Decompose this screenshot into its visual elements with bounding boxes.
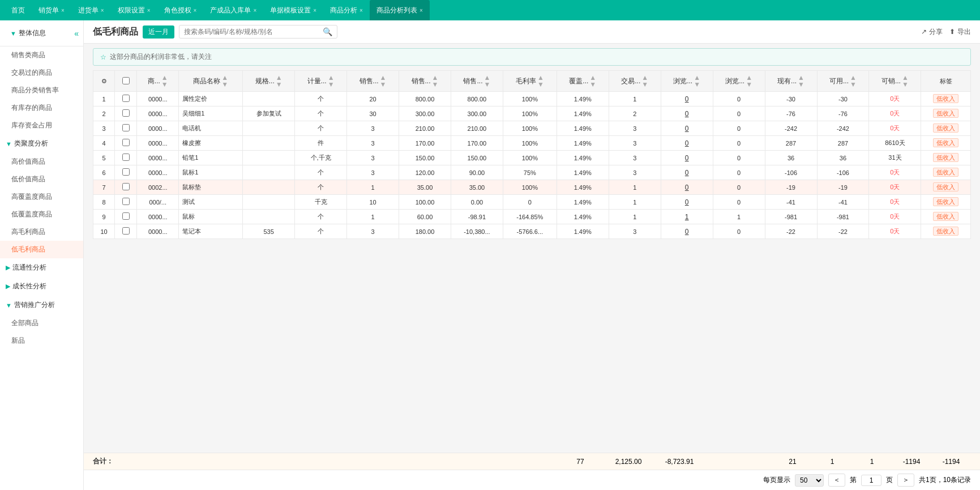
th-trade[interactable]: 交易...▲▼	[609, 71, 661, 92]
row-checkbox[interactable]	[115, 136, 137, 151]
close-icon[interactable]: ×	[420, 7, 423, 14]
sidebar-group-growth[interactable]: ▶ 成长性分析	[0, 277, 83, 296]
sidebar-item-in-stock[interactable]: 有库存的商品	[0, 99, 83, 117]
total-placeholder2	[739, 458, 773, 466]
row-browse2: 0	[713, 224, 765, 239]
row-checkbox[interactable]	[115, 151, 137, 165]
sidebar-item-new-goods[interactable]: 新品	[0, 332, 83, 350]
th-browse2[interactable]: 浏览...▲▼	[713, 71, 765, 92]
th-unit[interactable]: 计量...▲▼	[295, 71, 347, 92]
pagination-bar: 每页显示 50 20 100 ＜ 第 页 ＞ 共1页，10条记录	[84, 470, 980, 490]
row-code: 0000...	[137, 224, 179, 239]
th-code[interactable]: 商...▲▼	[137, 71, 179, 92]
row-current: -242	[765, 121, 817, 136]
sidebar-item-sales-goods[interactable]: 销售类商品	[0, 46, 83, 64]
sidebar-group-marketing[interactable]: ▼ 营销推广分析	[0, 296, 83, 314]
nav-item-analysis-list[interactable]: 商品分析列表 ×	[370, 0, 430, 20]
per-page-select[interactable]: 50 20 100	[795, 474, 824, 487]
row-saleable: 0天	[869, 121, 921, 136]
sidebar-item-low-coverage[interactable]: 低覆盖度商品	[0, 206, 83, 223]
row-gross: 0	[503, 195, 557, 210]
row-browse1[interactable]: 0	[661, 106, 713, 121]
th-browse1[interactable]: 浏览...▲▼	[661, 71, 713, 92]
close-icon[interactable]: ×	[194, 7, 197, 14]
footer-total: 合计： 77 2,125.00 -8,723.91 21 1 1 -1194 -…	[84, 453, 980, 470]
close-icon[interactable]: ×	[360, 7, 363, 14]
th-saleable[interactable]: 可销...▲▼	[869, 71, 921, 92]
sidebar-item-category-rate[interactable]: 商品分类销售率	[0, 82, 83, 99]
sidebar-group-overall[interactable]: ▼ 整体信息	[5, 24, 52, 42]
row-browse1[interactable]: 0	[661, 165, 713, 180]
sidebar-item-all-goods[interactable]: 全部商品	[0, 314, 83, 332]
next-page-btn[interactable]: ＞	[897, 474, 914, 487]
per-page-label: 每页显示	[763, 475, 790, 485]
sidebar-item-high-value[interactable]: 高价值商品	[0, 153, 83, 171]
close-icon[interactable]: ×	[253, 7, 256, 14]
nav-item-roles[interactable]: 角色授权 ×	[157, 0, 204, 20]
row-spec	[243, 136, 295, 151]
row-checkbox[interactable]	[115, 165, 137, 180]
th-sales1[interactable]: 销售...▲▼	[347, 71, 399, 92]
row-checkbox[interactable]	[115, 210, 137, 224]
row-browse1[interactable]: 0	[661, 136, 713, 151]
nav-item-template[interactable]: 单据模板设置 ×	[263, 0, 323, 20]
table-area[interactable]: ⚙ 商...▲▼ 商品名称▲▼ 规格...▲▼ 计量...▲▼ 销售...▲▼ …	[84, 70, 980, 453]
nav-item-sales[interactable]: 销货单 ×	[32, 0, 71, 20]
row-gross: 100%	[503, 92, 557, 106]
th-sales3[interactable]: 销售...▲▼	[451, 71, 503, 92]
nav-item-permissions[interactable]: 权限设置 ×	[111, 0, 157, 20]
prev-page-btn[interactable]: ＜	[828, 474, 845, 487]
sidebar-group-cluster[interactable]: ▼ 类聚度分析	[0, 134, 83, 153]
sidebar-item-low-value[interactable]: 低价值商品	[0, 171, 83, 188]
close-icon[interactable]: ×	[147, 7, 151, 14]
period-button[interactable]: 近一月	[143, 25, 174, 39]
row-spec	[243, 121, 295, 136]
th-coverage[interactable]: 覆盖...▲▼	[557, 71, 609, 92]
th-spec[interactable]: 规格...▲▼	[243, 71, 295, 92]
th-settings[interactable]: ⚙	[93, 71, 115, 92]
th-sales2[interactable]: 销售...▲▼	[399, 71, 451, 92]
close-icon[interactable]: ×	[101, 7, 104, 14]
th-checkbox[interactable]	[115, 71, 137, 92]
sidebar-item-high-margin[interactable]: 高毛利商品	[0, 223, 83, 241]
row-browse1[interactable]: 0	[661, 92, 713, 106]
tag-badge: 低收入	[933, 138, 958, 147]
select-all-checkbox[interactable]	[122, 77, 130, 84]
nav-item-purchase[interactable]: 进货单 ×	[71, 0, 111, 20]
row-no: 9	[93, 210, 115, 224]
row-spec	[243, 92, 295, 106]
th-name[interactable]: 商品名称▲▼	[179, 71, 243, 92]
close-icon[interactable]: ×	[61, 7, 65, 14]
nav-item-products[interactable]: 产成品入库单 ×	[203, 0, 263, 20]
search-input[interactable]	[184, 28, 320, 36]
th-current[interactable]: 现有...▲▼	[765, 71, 817, 92]
row-browse1[interactable]: 1	[661, 210, 713, 224]
close-icon[interactable]: ×	[313, 7, 316, 14]
sidebar-collapse-btn[interactable]: «	[74, 29, 79, 38]
nav-item-analysis[interactable]: 商品分析 ×	[323, 0, 370, 20]
row-browse1[interactable]: 0	[661, 195, 713, 210]
sidebar-item-high-coverage[interactable]: 高覆盖度商品	[0, 188, 83, 206]
sidebar-group-flow[interactable]: ▶ 流通性分析	[0, 258, 83, 277]
row-browse1[interactable]: 0	[661, 121, 713, 136]
row-checkbox[interactable]	[115, 195, 137, 210]
row-checkbox[interactable]	[115, 106, 137, 121]
sidebar-item-capital[interactable]: 库存资金占用	[0, 117, 83, 134]
row-checkbox[interactable]	[115, 224, 137, 239]
row-browse1[interactable]: 0	[661, 151, 713, 165]
row-tag: 低收入	[921, 180, 971, 195]
sidebar-item-traded-goods[interactable]: 交易过的商品	[0, 64, 83, 82]
search-icon[interactable]: 🔍	[323, 27, 332, 36]
page-input[interactable]	[861, 475, 881, 486]
th-available[interactable]: 可用...▲▼	[817, 71, 869, 92]
row-checkbox[interactable]	[115, 121, 137, 136]
row-browse1[interactable]: 0	[661, 224, 713, 239]
th-gross[interactable]: 毛利率▲▼	[503, 71, 557, 92]
row-checkbox[interactable]	[115, 180, 137, 195]
share-button[interactable]: ↗ 分享	[921, 27, 943, 37]
nav-item-home[interactable]: 首页	[5, 0, 32, 20]
export-button[interactable]: ⬆ 导出	[949, 27, 971, 37]
row-checkbox[interactable]	[115, 92, 137, 106]
sidebar-item-low-margin[interactable]: 低毛利商品	[0, 241, 83, 258]
row-browse1[interactable]: 0	[661, 180, 713, 195]
